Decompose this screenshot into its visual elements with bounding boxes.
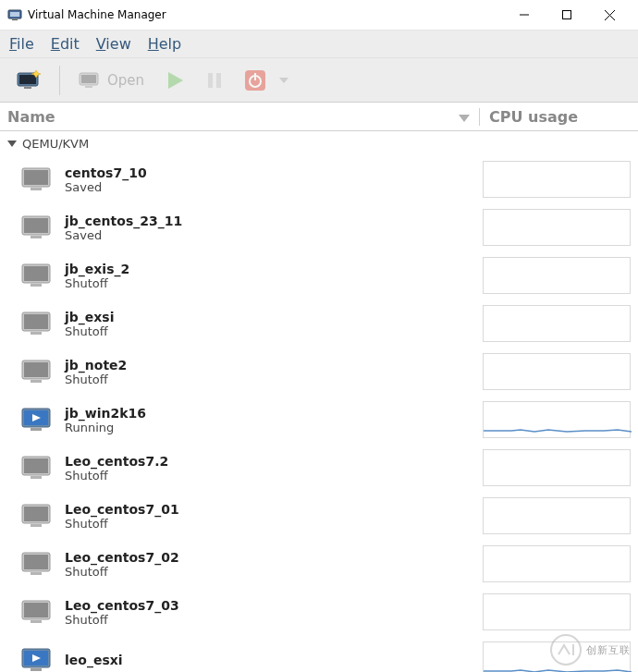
pause-icon	[205, 71, 224, 90]
vm-state: Shutoff	[65, 324, 483, 338]
vm-name: jb_note2	[65, 358, 483, 373]
vm-state: Shutoff	[65, 565, 483, 579]
watermark-text: 创新互联	[586, 643, 631, 657]
vm-text: jb_centos_23_11Saved	[65, 214, 483, 242]
svg-rect-27	[24, 218, 48, 233]
svg-rect-8	[19, 75, 36, 84]
svg-rect-36	[24, 362, 48, 377]
vm-name: centos7_10	[65, 165, 483, 180]
cpu-usage-graph	[483, 209, 631, 246]
play-icon	[165, 70, 185, 91]
vm-state: Running	[65, 421, 483, 434]
app-icon	[7, 7, 22, 22]
vm-monitor-icon	[20, 359, 52, 385]
cpu-usage-graph	[483, 257, 631, 294]
power-icon	[244, 69, 266, 92]
vm-row[interactable]: jb_note2Shutoff	[0, 348, 638, 396]
vm-row[interactable]: centos7_10Saved	[0, 155, 638, 203]
svg-rect-1	[10, 12, 19, 17]
vm-state: Shutoff	[65, 276, 483, 290]
vm-text: jb_note2Shutoff	[65, 358, 483, 386]
connection-group[interactable]: QEMU/KVM	[0, 131, 638, 155]
menu-file[interactable]: File	[9, 35, 34, 53]
menu-help[interactable]: Help	[148, 35, 181, 53]
column-header-row: Name CPU usage	[0, 102, 638, 131]
vm-monitor-icon	[20, 311, 52, 336]
vm-row[interactable]: Leo_centos7.2Shutoff	[0, 444, 638, 492]
svg-rect-25	[31, 188, 42, 190]
vm-row[interactable]: jb_centos_23_11Saved	[0, 203, 638, 251]
cpu-usage-graph	[483, 305, 631, 342]
new-vm-button[interactable]	[9, 65, 48, 96]
svg-rect-33	[24, 314, 48, 329]
cpu-usage-graph	[483, 593, 631, 630]
vm-row[interactable]: leo_esxi	[0, 636, 638, 672]
svg-rect-2	[12, 19, 18, 20]
vm-monitor-icon	[20, 214, 52, 240]
svg-rect-16	[216, 73, 221, 88]
cpu-usage-graph	[483, 497, 631, 534]
vm-monitor-icon	[20, 166, 52, 192]
cpu-usage-graph	[483, 449, 631, 486]
vm-row[interactable]: jb_win2k16Running	[0, 396, 638, 444]
vm-text: Leo_centos7.2Shutoff	[65, 454, 483, 483]
svg-rect-12	[81, 75, 96, 83]
dropdown-arrow-icon	[279, 78, 288, 83]
svg-marker-21	[459, 115, 470, 122]
vm-row[interactable]: Leo_centos7_01Shutoff	[0, 492, 638, 540]
svg-rect-13	[85, 86, 92, 88]
vm-state: Saved	[65, 228, 483, 242]
svg-rect-52	[24, 603, 48, 617]
cpu-usage-graph	[483, 401, 631, 438]
svg-rect-50	[31, 572, 42, 575]
run-button[interactable]	[158, 65, 191, 96]
vm-state: Shutoff	[65, 517, 483, 531]
vm-state: Shutoff	[65, 469, 483, 483]
menu-edit[interactable]: Edit	[51, 35, 80, 53]
vm-state: Shutoff	[65, 613, 483, 627]
vm-name: Leo_centos7_01	[65, 502, 483, 517]
vm-text: Leo_centos7_01Shutoff	[65, 502, 483, 531]
svg-rect-46	[24, 507, 48, 521]
vm-text: jb_exis_2Shutoff	[65, 262, 483, 290]
menubar: File Edit View Help	[0, 30, 638, 57]
shutdown-button[interactable]	[238, 65, 295, 96]
vm-text: Leo_centos7_02Shutoff	[65, 550, 483, 579]
watermark: 创新互联	[549, 633, 631, 666]
cpu-usage-graph	[483, 353, 631, 390]
maximize-button[interactable]	[546, 0, 588, 30]
menu-view[interactable]: View	[96, 35, 131, 53]
svg-rect-57	[31, 668, 42, 671]
toolbar: Open	[0, 57, 638, 102]
connection-label: QEMU/KVM	[22, 137, 89, 151]
vm-text: centos7_10Saved	[65, 165, 483, 194]
svg-rect-37	[31, 380, 42, 383]
svg-rect-31	[31, 284, 42, 287]
svg-rect-9	[24, 87, 31, 89]
disclosure-triangle-icon[interactable]	[7, 137, 17, 151]
vm-row[interactable]: Leo_centos7_02Shutoff	[0, 540, 638, 588]
close-button[interactable]	[588, 0, 631, 30]
vm-row[interactable]: Leo_centos7_03Shutoff	[0, 588, 638, 636]
svg-rect-47	[31, 524, 42, 527]
vm-row[interactable]: jb_exis_2Shutoff	[0, 251, 638, 299]
column-header-name[interactable]: Name	[0, 108, 479, 126]
vm-row[interactable]: jb_exsiShutoff	[0, 299, 638, 348]
svg-rect-41	[31, 428, 42, 431]
svg-rect-19	[254, 73, 256, 80]
column-name-label: Name	[7, 108, 55, 126]
pause-button[interactable]	[199, 65, 230, 96]
vm-name: jb_exsi	[65, 310, 483, 324]
open-vm-button[interactable]: Open	[71, 65, 151, 96]
column-header-cpu[interactable]: CPU usage	[479, 108, 638, 126]
vm-monitor-icon	[20, 647, 52, 672]
vm-monitor-icon	[20, 599, 52, 625]
vm-tree[interactable]: QEMU/KVM centos7_10Savedjb_centos_23_11S…	[0, 131, 638, 672]
window-title: Virtual Machine Manager	[28, 8, 166, 21]
minimize-button[interactable]	[503, 0, 546, 30]
vm-name: Leo_centos7_03	[65, 598, 483, 613]
svg-rect-49	[24, 555, 48, 569]
cpu-usage-graph	[483, 161, 631, 198]
vm-name: Leo_centos7_02	[65, 550, 483, 565]
vm-monitor-icon	[20, 551, 52, 577]
